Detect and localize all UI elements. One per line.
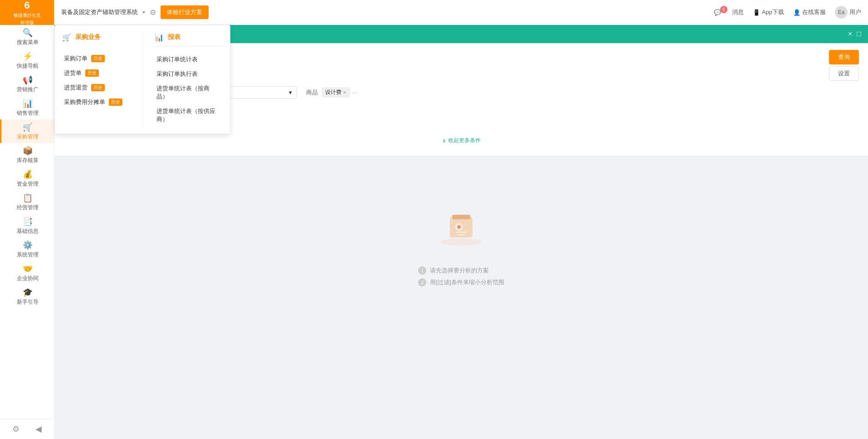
message-item[interactable]: 💬 5 消息: [714, 8, 744, 16]
header-right: 💬 5 消息 📱 App下载 👤 在线客服 Ea 用户: [714, 6, 861, 19]
empty-tip-2: 2 用[过滤]条件来缩小分析范围: [418, 278, 504, 286]
report-col-title: 报表: [168, 33, 180, 41]
sidebar-item-label-system: 系统管理: [17, 251, 39, 259]
report-goods-supplier-label: 进货单统计表（按供应商）: [156, 107, 221, 123]
sidebar-logo: 6 畅捷通好生意 标准版: [0, 0, 54, 25]
purchase-col: 🛒 采购业务 采购订单 历史 进货单 历史 进货退货 历史 采购费用分摊单 历史: [62, 32, 131, 127]
gear-icon[interactable]: ⚙: [150, 8, 156, 17]
setting-button[interactable]: 设置: [829, 66, 859, 81]
lightning-icon: ⚡: [23, 51, 33, 61]
report-order-stats-label: 采购订单统计表: [156, 55, 198, 64]
goods-return-label: 进货退货: [64, 84, 88, 92]
tip-text-2: 用[过滤]条件来缩小分析范围: [430, 278, 504, 286]
system-title: 装备及固定资产辅助管理系统: [61, 8, 138, 16]
sidebar-item-label-finance: 资金管理: [17, 180, 39, 188]
logo-text: 畅捷通好生意: [14, 12, 41, 19]
sidebar-item-purchase[interactable]: 🛒 采购管理: [0, 119, 54, 143]
empty-tips: 1 请先选择要分析的方案 2 用[过滤]条件来缩小分析范围: [418, 266, 504, 290]
sidebar-item-finance[interactable]: 💰 资金管理: [0, 167, 54, 190]
window-maximize-icon[interactable]: □: [857, 30, 861, 38]
sidebar-item-basic[interactable]: 📑 基础信息: [0, 214, 54, 237]
collapse-icon[interactable]: ◀: [35, 424, 42, 434]
history-badge-3: 历史: [91, 84, 105, 91]
menu-item-goods-return[interactable]: 进货退货 历史: [62, 80, 131, 95]
sidebar-item-label-guide: 新手引导: [17, 298, 39, 306]
sidebar-item-quick-nav[interactable]: ⚡ 快捷导航: [0, 49, 54, 72]
tab-bar-controls: × □: [848, 30, 868, 38]
enterprise-icon: 🤝: [23, 264, 33, 274]
history-badge-2: 历史: [85, 69, 99, 77]
history-badge-4: 历史: [109, 99, 122, 106]
goods-receipt-label: 进货单: [64, 69, 82, 77]
settings-bottom-icon[interactable]: ⚙: [12, 424, 20, 434]
menu-item-report-order-exec[interactable]: 采购订单执行表: [154, 67, 224, 81]
menu-item-purchase-order[interactable]: 采购订单 历史: [62, 51, 131, 66]
industry-button[interactable]: 体验行业方案: [161, 5, 209, 19]
finance-icon: 💰: [23, 169, 33, 179]
sidebar-bottom: ⚙ ◀: [0, 419, 54, 439]
sidebar-item-label-sales: 销售管理: [17, 109, 39, 117]
header-left: 装备及固定资产辅助管理系统 ▾ ⚙ 体验行业方案: [61, 5, 209, 19]
goods-filter: 商品 设计费 × ···: [306, 87, 357, 98]
service-icon: 👤: [793, 9, 800, 16]
svg-rect-5: [456, 232, 467, 233]
menu-item-report-goods-supplier[interactable]: 进货单统计表（按供应商）: [154, 104, 224, 127]
empty-tip-1: 1 请先选择要分析的方案: [418, 266, 504, 275]
sidebar-item-system[interactable]: ⚙️ 系统管理: [0, 237, 54, 261]
svg-rect-2: [452, 215, 470, 219]
purchase-col-title: 采购业务: [75, 33, 101, 41]
sidebar-item-sales[interactable]: 📊 销售管理: [0, 96, 54, 119]
operations-icon: 📋: [23, 193, 33, 203]
sidebar-item-marketing[interactable]: 📢 营销推广: [0, 72, 54, 96]
app-download-label: App下载: [762, 8, 784, 16]
menu-item-report-goods-product[interactable]: 进货单统计表（按商品）: [154, 81, 224, 104]
user-item[interactable]: Ea 用户: [835, 6, 861, 19]
basic-icon: 📑: [23, 217, 33, 227]
sidebar-item-label-basic: 基础信息: [17, 227, 39, 235]
sidebar-item-label-enterprise: 企业协同: [17, 275, 39, 282]
dropdown-divider: [142, 32, 143, 127]
collapse-button[interactable]: ∧ 收起更多条件: [442, 137, 481, 144]
app-download-item[interactable]: 📱 App下载: [753, 8, 784, 16]
goods-more-icon[interactable]: ···: [352, 89, 357, 96]
sidebar-item-operations[interactable]: 📋 经营管理: [0, 190, 54, 214]
avatar: Ea: [835, 6, 848, 19]
inventory-icon: 📦: [23, 146, 33, 156]
sidebar-item-enterprise[interactable]: 🤝 企业协同: [0, 261, 54, 285]
phone-icon: 📱: [753, 9, 760, 16]
goods-tags: 设计费 × ···: [322, 87, 357, 98]
select-arrow-icon: ▾: [289, 89, 292, 96]
sidebar-item-search[interactable]: 🔍 搜索菜单: [0, 25, 54, 49]
menu-item-goods-receipt[interactable]: 进货单 历史: [62, 66, 131, 80]
sidebar-item-label-purchase: 采购管理: [17, 133, 39, 141]
empty-illustration: [434, 203, 488, 257]
sidebar-item-inventory[interactable]: 📦 库存核算: [0, 143, 54, 167]
collapse-label: 收起更多条件: [448, 137, 481, 144]
dropdown-arrow-icon[interactable]: ▾: [142, 9, 145, 15]
tip-num-1: 1: [418, 266, 426, 275]
collapse-arrow-icon: ∧: [442, 138, 446, 144]
purchase-icon: 🛒: [23, 122, 33, 132]
sidebar: 6 畅捷通好生意 标准版 🔍 搜索菜单 ⚡ 快捷导航 📢 营销推广 📊 销售管理…: [0, 0, 54, 439]
online-service-label: 在线客服: [802, 8, 826, 16]
purchase-order-label: 采购订单: [64, 54, 88, 63]
menu-item-report-order-stats[interactable]: 采购订单统计表: [154, 52, 224, 67]
history-badge-1: 历史: [91, 55, 105, 62]
online-service-item[interactable]: 👤 在线客服: [793, 8, 826, 16]
goods-tag-design: 设计费 ×: [322, 87, 350, 98]
document-status-select[interactable]: ▾: [229, 86, 297, 99]
purchase-col-icon: 🛒: [62, 32, 72, 42]
message-badge: 5: [720, 6, 727, 13]
window-close-icon[interactable]: ×: [848, 30, 852, 38]
purchase-col-header: 🛒 采购业务: [62, 32, 131, 46]
message-label: 消息: [732, 8, 744, 16]
purchase-dropdown-menu: 🛒 采购业务 采购订单 历史 进货单 历史 进货退货 历史 采购费用分摊单 历史: [54, 25, 230, 134]
sidebar-item-guide[interactable]: 🎓 新手引导: [0, 285, 54, 308]
tag-remove-icon[interactable]: ×: [343, 89, 346, 96]
top-header: 装备及固定资产辅助管理系统 ▾ ⚙ 体验行业方案 💬 5 消息 📱 App下载 …: [54, 0, 868, 25]
expense-label: 采购费用分摊单: [64, 98, 105, 106]
menu-item-expense[interactable]: 采购费用分摊单 历史: [62, 95, 131, 109]
report-col: 📊 报表 采购订单统计表 采购订单执行表 进货单统计表（按商品） 进货单统计表（…: [154, 32, 224, 127]
sidebar-item-label-quick: 快捷导航: [17, 62, 39, 70]
query-button[interactable]: 查询: [829, 50, 859, 64]
